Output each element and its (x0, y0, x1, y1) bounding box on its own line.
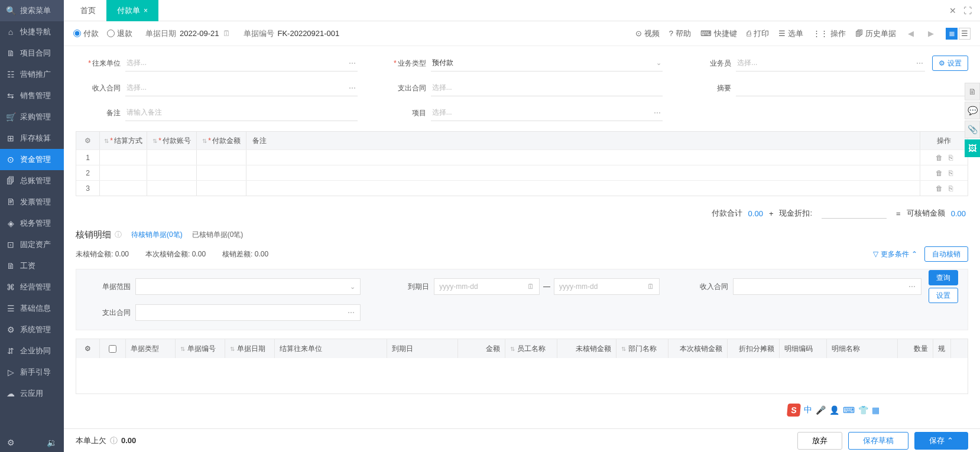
filter-expense-input[interactable]: ⋯ (135, 304, 361, 321)
checkbox-all[interactable] (109, 345, 116, 353)
filter-income-input[interactable]: ⋯ (733, 278, 921, 295)
viewmode-compact[interactable]: ☰ (959, 28, 971, 40)
sort-icon[interactable]: ⇅ (230, 346, 235, 352)
fullscreen-icon[interactable]: ⛶ (963, 6, 972, 15)
delete-icon[interactable]: 🗑 (936, 154, 943, 162)
grid-row[interactable]: 3🗑⎘ (76, 180, 968, 196)
tab-close-icon[interactable]: × (144, 0, 148, 21)
sidebar-item-inventory[interactable]: ⊞库存核算 (0, 128, 64, 149)
range-select[interactable]: ⌄ (135, 278, 361, 295)
link-history[interactable]: 🗐历史单据 (855, 28, 896, 39)
sort-icon[interactable]: ⇅ (510, 346, 515, 352)
sort-icon[interactable]: ⇅ (180, 346, 185, 352)
radio-pay[interactable]: 付款 (73, 28, 99, 39)
sidebar-item-sales[interactable]: ⇆销售管理 (0, 85, 64, 106)
sidebar-item-contract[interactable]: 🗎项目合同 (0, 43, 64, 64)
filter-panel: 单据范围⌄ 到期日 yyyy-mm-dd🗓 — yyyy-mm-dd🗓 收入合同… (76, 269, 968, 330)
sort-icon[interactable]: ⇅ (202, 138, 207, 144)
query-button[interactable]: 查询 (929, 270, 958, 285)
viewmode-detailed[interactable]: ≣ (946, 28, 958, 40)
tab-home[interactable]: 首页 (70, 0, 106, 21)
dock-image-icon[interactable]: 🖼 (965, 139, 980, 157)
remark-input[interactable]: 请输入备注 (125, 105, 358, 121)
sidebar-item-quicknav[interactable]: ⌂快捷导航 (0, 21, 64, 43)
link-operate[interactable]: ⋮⋮操作 (813, 28, 846, 39)
close-icon[interactable]: ✕ (949, 6, 956, 15)
link-shortcut[interactable]: ⌨快捷键 (700, 28, 737, 39)
info-icon[interactable]: ⓘ (115, 230, 122, 240)
date-to-input[interactable]: yyyy-mm-dd🗓 (554, 278, 660, 295)
date-value[interactable]: 2022-09-21 (180, 29, 219, 38)
settings-button[interactable]: ⚙设置 (932, 56, 968, 71)
sidebar-item-cloud[interactable]: ☁云应用 (0, 383, 64, 404)
info-icon[interactable]: ⓘ (110, 435, 118, 446)
filter-set-button[interactable]: 设置 (929, 288, 958, 303)
sidebar-item-operation[interactable]: ⌘经营管理 (0, 277, 64, 298)
employee-input[interactable]: 选择...⋯ (736, 55, 925, 71)
tab-pending[interactable]: 待核销单据(0笔) (131, 230, 183, 240)
tab-payment[interactable]: 付款单 × (106, 0, 158, 21)
sort-icon[interactable]: ⇅ (621, 346, 626, 352)
save-button[interactable]: 保存⌃ (914, 432, 968, 450)
sidebar-item-basic[interactable]: ☰基础信息 (0, 298, 64, 319)
link-options[interactable]: ☰选单 (778, 28, 803, 39)
delete-icon[interactable]: 🗑 (936, 184, 943, 193)
sidebar-item-system[interactable]: ⚙系统管理 (0, 319, 64, 340)
keyboard-icon: ⌨ (700, 29, 712, 38)
link-print[interactable]: ⎙打印 (747, 28, 769, 39)
link-video[interactable]: ⊙视频 (635, 28, 660, 39)
project-input[interactable]: 选择...⋯ (431, 105, 663, 121)
dock-attach-icon[interactable]: 📎 (965, 121, 980, 138)
salary-icon: 🗎 (6, 261, 15, 271)
sidebar-item-funds[interactable]: ⊙资金管理 (0, 149, 64, 170)
radio-refund[interactable]: 退款 (107, 28, 132, 39)
sidebar-item-purchase[interactable]: 🛒采购管理 (0, 106, 64, 128)
num-label: 单据编号 (244, 28, 274, 39)
tab-done[interactable]: 已核销单据(0笔) (192, 230, 244, 240)
dock-note-icon[interactable]: 🗎 (965, 83, 980, 100)
discount-input[interactable] (822, 208, 887, 219)
sidebar-item-ledger[interactable]: 🗐总账管理 (0, 170, 64, 191)
copy-icon[interactable]: ⎘ (949, 154, 953, 162)
sound-icon[interactable]: 🔉 (47, 438, 57, 447)
calendar-icon[interactable]: 🗓 (223, 29, 231, 38)
abandon-button[interactable]: 放弃 (797, 432, 842, 450)
chevron-up-icon: ⌃ (911, 250, 917, 258)
date-label: 单据日期 (145, 28, 176, 39)
sort-icon[interactable]: ⇅ (104, 138, 109, 144)
invoice-icon: 🖹 (6, 197, 15, 207)
delete-icon[interactable]: 🗑 (936, 169, 943, 177)
gear-icon[interactable]: ⚙ (76, 339, 100, 358)
video-icon: ⊙ (635, 29, 642, 38)
sort-icon[interactable]: ⇅ (152, 138, 157, 144)
tabs: 首页 付款单 × ✕ ⛶ (64, 0, 980, 21)
history-icon: 🗐 (855, 29, 863, 38)
auto-writeoff-button[interactable]: 自动核销 (924, 246, 968, 262)
settings-icon[interactable]: ⚙ (7, 438, 15, 447)
sidebar-item-tax[interactable]: ◈税务管理 (0, 213, 64, 234)
grid-row[interactable]: 2🗑⎘ (76, 165, 968, 180)
sidebar-item-guide[interactable]: ▷新手引导 (0, 362, 64, 383)
link-help[interactable]: ?帮助 (669, 28, 691, 39)
sidebar-item-collab[interactable]: ⇵企业协同 (0, 340, 64, 362)
date-from-input[interactable]: yyyy-mm-dd🗓 (434, 278, 540, 295)
sidebar-item-salary[interactable]: 🗎工资 (0, 255, 64, 277)
more-filter-link[interactable]: ▽更多条件⌃ (873, 249, 917, 259)
grid-row[interactable]: 1🗑⎘ (76, 149, 968, 165)
prev-icon[interactable]: ◀ (906, 29, 916, 38)
sidebar-item-assets[interactable]: ⊡固定资产 (0, 234, 64, 255)
gear-icon[interactable]: ⚙ (76, 132, 100, 149)
copy-icon[interactable]: ⎘ (949, 184, 953, 193)
save-draft-button[interactable]: 保存草稿 (848, 432, 908, 450)
sidebar-item-search[interactable]: 🔍搜索菜单 (0, 0, 64, 21)
expense-input[interactable]: 选择... (431, 80, 663, 96)
next-icon[interactable]: ▶ (926, 29, 936, 38)
sidebar-item-marketing[interactable]: ☷营销推广 (0, 64, 64, 85)
income-input[interactable]: 选择...⋯ (125, 80, 358, 96)
dock-chat-icon[interactable]: 💬 (965, 102, 980, 119)
unit-input[interactable]: 选择...⋯ (125, 55, 358, 71)
sidebar-item-invoice[interactable]: 🖹发票管理 (0, 191, 64, 213)
copy-icon[interactable]: ⎘ (949, 169, 953, 177)
summary-input[interactable] (736, 80, 968, 96)
biztype-select[interactable]: 预付款⌄ (431, 55, 663, 71)
